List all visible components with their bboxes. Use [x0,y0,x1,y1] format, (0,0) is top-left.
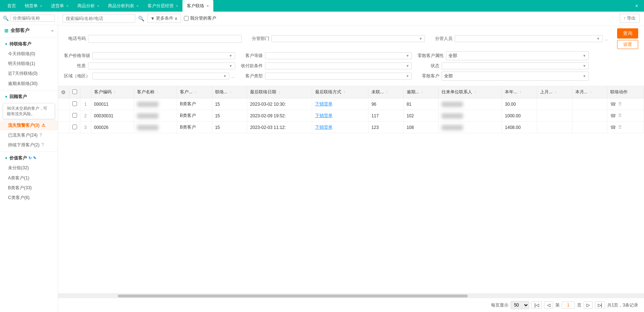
last-month-col-header[interactable]: 上月... ↕ [537,86,572,98]
type-col-header[interactable]: 客户... ↕ [177,86,212,98]
close-all-btn[interactable]: × [632,3,641,9]
tab-purchase[interactable]: 进货单 × [47,0,73,12]
export-btn[interactable]: ↑ 导出 [620,14,640,23]
contact-action-icon-0[interactable]: ☎ [610,101,616,107]
filter-price-level: 客户价格等级 ▼ [64,52,235,59]
phone-input[interactable] [88,35,242,43]
settings-col-header[interactable]: ⚙ [58,86,69,98]
row-name-1: ██████ [134,110,177,122]
sidebar-item-class-b[interactable]: B类客户(33) [0,183,58,193]
price-level-select[interactable]: ▼ [92,52,235,59]
status-select[interactable]: ▼ [442,62,589,69]
sidebar-all-customers[interactable]: ⊞ 全部客户 « [0,25,58,36]
close-sales-tab[interactable]: × [40,4,42,8]
more-conditions-btn[interactable]: ▼ 更多条件 ∧ [147,14,181,23]
contact-action-icon-1[interactable]: ☎ [610,113,616,118]
edit-icon[interactable]: ✎ [33,156,36,161]
tab-home[interactable]: 首页 [3,0,20,12]
sidebar: 🔍 ⊞ 全部客户 « ▼ 待联络客户 今天待联络(0) 明天待联络(1) 近7天… [0,12,58,312]
tab-analysis[interactable]: 商品分析 × [73,0,104,12]
my-customers-checkbox[interactable] [184,16,189,21]
row-action-1[interactable]: ☎ ⠿ [607,110,644,122]
sidebar-item-unsegmented[interactable]: 未分组(32) [0,163,58,173]
code-col-header[interactable]: 客户编码 ↕ [91,86,134,98]
last-date-col-header[interactable]: 最后联络日期 ↕ [247,86,312,98]
retail-attr-select[interactable]: 全部 ▼ [446,51,589,60]
close-customer-contact-tab[interactable]: × [206,4,209,8]
last-page-btn[interactable]: ▷| [595,301,605,309]
row-last-method-2[interactable]: 下销货单 [312,122,368,133]
customer-level-select[interactable]: ▼ [265,52,412,59]
retail-customer-select[interactable]: 全部 ▼ [442,72,589,81]
page-size-select[interactable]: 50 100 200 [511,301,529,309]
tab-customer-contact[interactable]: 客户联络 × [182,0,213,12]
sidebar-item-week[interactable]: 近7天待联络(0) [0,69,58,78]
sidebar-group-pending[interactable]: ▼ 待联络客户 [0,39,58,49]
customer-type-select[interactable]: ▼ [265,73,412,80]
sidebar-item-today[interactable]: 今天待联络(0) [0,49,58,59]
settings-btn[interactable]: 设置 [617,40,638,49]
row-overdue-2: 108 [403,122,439,133]
row-action-0[interactable]: ☎ ⠿ [607,98,644,110]
close-analysis-table-tab[interactable]: × [136,4,138,8]
sidebar-group-value[interactable]: ▼ 价值客户 ↻ ✎ [0,153,58,163]
sidebar-group-review[interactable]: ▼ 回顾客户 [0,92,58,102]
contact-col-header[interactable]: 联络... ↕ [212,86,247,98]
close-customer-seg-tab[interactable]: × [176,4,178,8]
tab-customer-seg[interactable]: 客户分层经营 × [143,0,182,12]
region-select[interactable]: ▼ [92,73,229,80]
first-page-btn[interactable]: |◁ [531,301,542,309]
row-last-method-0[interactable]: 下销货单 [312,98,368,110]
horizontal-scrollbar[interactable] [58,293,644,298]
settings-gear-icon[interactable]: ⚙ [61,89,66,95]
next-page-btn[interactable]: ▷ [584,301,593,309]
search-button[interactable]: 🔍 [138,16,144,21]
no-contact-col-header[interactable]: 未联... ↕ [369,86,404,98]
row-checkbox-1[interactable] [69,110,80,122]
nature-select[interactable]: ▼ [88,62,235,69]
tab-analysis-table[interactable]: 商品分析列表 × [104,0,143,12]
dept-select[interactable]: ▼ [271,35,425,42]
row-action-2[interactable]: ☎ ⠿ [607,122,644,133]
scrollbar-thumb[interactable] [118,295,467,297]
collapse-btn[interactable]: « [51,28,53,33]
sidebar-item-overdue[interactable]: 逾期未联络(30) [0,79,58,89]
my-customers-checkbox-label[interactable]: 我分管的客户 [184,15,216,21]
unit-contact-col-header[interactable]: 往来单位联系人 ↕ [439,86,502,98]
row-last-method-1[interactable]: 下销货单 [312,110,368,122]
payment-select[interactable]: ▼ [265,62,412,69]
page-input[interactable] [562,301,575,309]
more-action-icon-0[interactable]: ⠿ [618,101,622,107]
sidebar-item-tomorrow[interactable]: 明天待联络(1) [0,59,58,69]
sidebar-item-class-c[interactable]: C类客户(6) [0,193,58,203]
close-purchase-tab[interactable]: × [66,4,68,8]
close-analysis-tab[interactable]: × [97,4,99,8]
row-checkbox-0[interactable] [69,98,80,110]
sidebar-item-at-risk[interactable]: 流失预警客户(3) ⚠ [0,121,58,130]
checkbox-col-header[interactable] [69,86,80,98]
select-all-checkbox[interactable] [72,89,77,94]
manager-ellipsis[interactable]: ... [605,36,608,41]
refresh-icon[interactable]: ↻ [28,156,32,161]
overdue-col-header[interactable]: 逾期... ↕ [403,86,439,98]
category-search-input[interactable] [10,15,55,22]
region-ellipsis[interactable]: ... [232,74,235,79]
manager-select[interactable]: ▼ [455,35,603,42]
sidebar-item-declining[interactable]: 持续下滑客户(2) ? [0,140,58,150]
this-year-col-header[interactable]: 本年... ↕ [502,86,537,98]
name-col-header[interactable]: 客户名称 ↕ [134,86,177,98]
query-btn[interactable]: 查询 [617,28,638,39]
last-method-col-header[interactable]: 最后联络方式 ↕ [312,86,368,98]
tab-sales[interactable]: 销货单 × [20,0,47,12]
more-action-icon-2[interactable]: ⠿ [618,125,622,130]
row-checkbox-2[interactable] [69,122,80,133]
more-action-icon-1[interactable]: ⠿ [618,113,622,118]
contact-action-icon-2[interactable]: ☎ [610,125,616,130]
sort-unit-contact-icon: ↕ [475,90,476,94]
sidebar-item-lost[interactable]: 已流失客户(24) ? [0,130,58,140]
sidebar-item-class-a[interactable]: A类客户(1) [0,173,58,183]
chevron-icon-3: ▼ [229,54,233,58]
prev-page-btn[interactable]: ◁ [544,301,553,309]
this-month-col-header[interactable]: 本月... ↕ [572,86,607,98]
search-input[interactable] [63,14,135,23]
